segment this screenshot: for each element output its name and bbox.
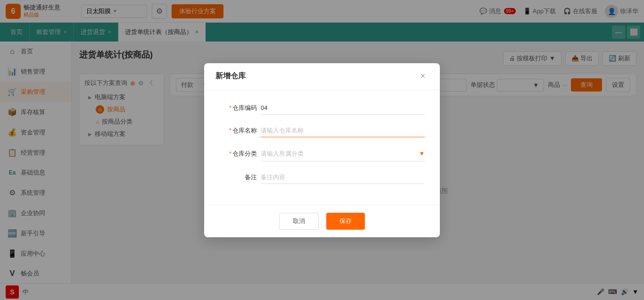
save-button[interactable]: 保存 bbox=[326, 213, 365, 230]
required-star-code: * bbox=[229, 104, 231, 111]
modal-footer: 取消 保存 bbox=[204, 205, 440, 237]
add-warehouse-modal: 新增仓库 × *仓库编码 *仓库名称 *仓库分类 bbox=[204, 63, 440, 237]
modal-body: *仓库编码 *仓库名称 *仓库分类 请输入所属分类 ▼ bbox=[204, 90, 440, 205]
warehouse-name-input[interactable] bbox=[261, 124, 425, 137]
category-placeholder: 请输入所属分类 bbox=[261, 150, 304, 158]
cancel-button[interactable]: 取消 bbox=[279, 213, 319, 230]
note-input[interactable] bbox=[261, 171, 425, 184]
name-label: *仓库名称 bbox=[219, 126, 257, 135]
form-row-category: *仓库分类 请输入所属分类 ▼ bbox=[219, 147, 425, 161]
modal-overlay[interactable]: 新增仓库 × *仓库编码 *仓库名称 *仓库分类 bbox=[0, 0, 644, 300]
required-star-category: * bbox=[229, 150, 231, 157]
modal-close-button[interactable]: × bbox=[417, 71, 429, 82]
category-label: *仓库分类 bbox=[219, 150, 257, 158]
category-dropdown-icon: ▼ bbox=[419, 150, 425, 157]
form-row-name: *仓库名称 bbox=[219, 124, 425, 137]
form-row-code: *仓库编码 bbox=[219, 101, 425, 115]
code-label: *仓库编码 bbox=[219, 104, 257, 112]
modal-header: 新增仓库 × bbox=[204, 63, 440, 90]
required-star-name: * bbox=[229, 127, 231, 134]
warehouse-code-input[interactable] bbox=[261, 101, 425, 115]
category-select[interactable]: 请输入所属分类 ▼ bbox=[261, 147, 425, 161]
modal-title: 新增仓库 bbox=[215, 71, 246, 81]
note-label: 备注 bbox=[219, 173, 257, 182]
form-row-note: 备注 bbox=[219, 171, 425, 184]
